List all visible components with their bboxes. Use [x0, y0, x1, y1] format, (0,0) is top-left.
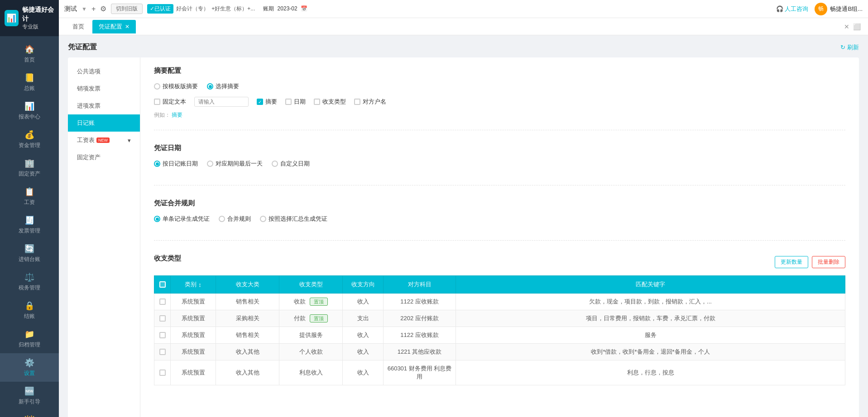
sidebar-item-label: 税务管理 [19, 284, 40, 292]
topbar-settings-icon[interactable]: ⚙ [100, 5, 106, 13]
new-badge: NEW [96, 137, 110, 143]
row-keyword-0: 欠款，现金，项目款，到款，报销款，汇入，... [456, 294, 845, 310]
row-type-2: 提供服务 [279, 327, 343, 344]
row-major-1: 采购相关 [216, 310, 279, 327]
sidebar-item-archive[interactable]: 📁 归档管理 [0, 325, 59, 353]
radio-custom-date[interactable]: 自定义日期 [272, 160, 310, 168]
sidebar-item-payroll[interactable]: 📋 工资 [0, 182, 59, 211]
ledger-icon: 📒 [24, 73, 34, 83]
row-subject-0: 1122 应收账款 [384, 294, 456, 310]
switch-version-button[interactable]: 切到旧版 [111, 4, 143, 14]
sidebar-item-label: 归档管理 [19, 341, 40, 349]
radio-template[interactable]: 按模板版摘要 [154, 82, 198, 90]
row-check-2[interactable] [154, 327, 171, 344]
sidebar-nav: 🏠 首页 📒 总账 📊 报表中心 💰 资金管理 🏢 固定资产 📋 工资 🧾 发票… [0, 36, 59, 417]
sidebar-item-tax[interactable]: ⚖️ 税务管理 [0, 268, 59, 296]
top-tag-0[interactable]: 置顶 [310, 298, 328, 306]
sidebar-item-member[interactable]: 👑 畅会员 [0, 410, 59, 417]
sidebar-item-assets[interactable]: 🏢 固定资产 [0, 154, 59, 182]
sidebar-item-funds[interactable]: 💰 资金管理 [0, 125, 59, 154]
row-type-4: 利息收入 [279, 360, 343, 385]
radio-period-last[interactable]: 对应期间最后一天 [207, 160, 263, 168]
left-menu-purchase-invoice[interactable]: 进项发票 [68, 97, 140, 114]
tax-icon: ⚖️ [24, 272, 34, 282]
left-menu-public[interactable]: 公共选项 [68, 63, 140, 80]
radio-select[interactable]: 选择摘要 [207, 82, 239, 90]
sidebar-item-reports[interactable]: 📊 报表中心 [0, 97, 59, 125]
top-tag-1[interactable]: 置顶 [310, 314, 328, 322]
member-icon: 👑 [24, 415, 34, 417]
left-menu: 公共选项 销项发票 进项发票 日记账 工资表 NEW ▾ 固定资产 [68, 57, 140, 417]
radio-journal-date[interactable]: 按日记账日期 [154, 160, 198, 168]
sidebar-item-label: 发票管理 [19, 227, 40, 235]
inner-layout: 公共选项 销项发票 进项发票 日记账 工资表 NEW ▾ 固定资产 摘要配置 [68, 57, 859, 417]
refresh-icon: ↻ [840, 44, 845, 51]
summary-section: 摘要配置 按模板版摘要 选择摘要 [154, 66, 845, 130]
th-major: 收支大类 [216, 276, 279, 294]
left-menu-payroll-table[interactable]: 工资表 NEW ▾ [68, 132, 140, 149]
dropdown-arrow-icon[interactable]: ▼ [82, 6, 87, 12]
close-window-icon[interactable]: ✕ [844, 23, 849, 30]
checkbox-box-summary: ✓ [257, 99, 263, 105]
checkbox-box-date [285, 99, 292, 105]
tab-close-icon[interactable]: ✕ [125, 24, 129, 30]
table-header-row: 类别 ↕ 收支大类 收支类型 收支方向 对方科目 匹配关键字 [154, 276, 845, 294]
sidebar-item-purchase[interactable]: 🔄 进销台账 [0, 239, 59, 268]
left-menu-sales-invoice[interactable]: 销项发票 [68, 80, 140, 97]
left-menu-daily-ledger[interactable]: 日记账 [68, 114, 140, 132]
sidebar-item-closing[interactable]: 🔒 结账 [0, 296, 59, 325]
tabbar-right: ✕ ⬜ [844, 23, 861, 30]
checkbox-income-type[interactable]: 收支类型 [314, 98, 346, 106]
sidebar-item-label: 报表中心 [19, 113, 40, 121]
radio-merge[interactable]: 合并规则 [219, 215, 251, 223]
sidebar: 📊 畅捷通好会计 专业版 🏠 首页 📒 总账 📊 报表中心 💰 资金管理 🏢 固… [0, 0, 59, 417]
batch-delete-button[interactable]: 批量删除 [812, 256, 845, 268]
row-check-3[interactable] [154, 344, 171, 360]
service-button[interactable]: 🎧 人工咨询 [776, 5, 809, 13]
checkbox-counterpart[interactable]: 对方户名 [354, 98, 386, 106]
radio-circle-period [207, 161, 213, 167]
app-logo: 📊 畅捷通好会计 专业版 [0, 0, 59, 36]
row-type-0: 收款 置顶 [279, 294, 343, 310]
row-check-0[interactable] [154, 294, 171, 310]
left-menu-fixed-assets[interactable]: 固定资产 [68, 149, 140, 166]
page-title: 凭证配置 [68, 43, 97, 52]
update-button[interactable]: 更新数量 [775, 256, 808, 268]
sidebar-item-settings[interactable]: ⚙️ 设置 [0, 353, 59, 382]
row-check-4[interactable] [154, 360, 171, 385]
sidebar-item-home[interactable]: 🏠 首页 [0, 40, 59, 68]
checkbox-row: 固定文本 ✓ 摘要 日期 收支类型 [154, 97, 845, 107]
refresh-button[interactable]: ↻ 刷新 [840, 43, 859, 52]
select-all-checkbox[interactable] [159, 281, 166, 288]
checkbox-date[interactable]: 日期 [285, 98, 306, 106]
tab-voucher-config[interactable]: 凭证配置 ✕ [92, 20, 136, 33]
sort-icon: ↕ [198, 281, 201, 288]
date-radio-group: 按日记账日期 对应期间最后一天 自定义日期 [154, 160, 845, 168]
checkbox-fixed-text[interactable]: 固定文本 [154, 98, 186, 106]
logo-icon: 📊 [5, 10, 19, 26]
maximize-icon[interactable]: ⬜ [853, 23, 861, 30]
th-type: 收支类型 [279, 276, 343, 294]
fixed-text-input[interactable] [194, 97, 249, 107]
radio-single[interactable]: 单条记录生成凭证 [154, 215, 210, 223]
user-menu[interactable]: 畅 畅捷通B组... [815, 3, 863, 15]
radio-select-summary[interactable]: 按照选择汇总生成凭证 [260, 215, 327, 223]
sidebar-item-guide[interactable]: 🆕 新手引导 [0, 382, 59, 410]
calendar-icon[interactable]: 📅 [301, 5, 307, 12]
radio-circle-journal [154, 161, 160, 167]
checkbox-summary[interactable]: ✓ 摘要 [257, 98, 277, 106]
radio-circle-select-summary [260, 216, 266, 222]
th-check[interactable] [154, 276, 171, 294]
row-check-1[interactable] [154, 310, 171, 327]
row-direction-3: 收入 [343, 344, 384, 360]
row-subject-1: 2202 应付账款 [384, 310, 456, 327]
tab-home[interactable]: 首页 [66, 20, 91, 33]
row-keyword-4: 利息，行息，按息 [456, 360, 845, 385]
checkbox-box-counterpart [354, 99, 360, 105]
username: 畅捷通B组... [830, 5, 863, 13]
add-button[interactable]: + [91, 5, 96, 13]
sidebar-item-invoice[interactable]: 🧾 发票管理 [0, 211, 59, 239]
sidebar-item-ledger[interactable]: 📒 总账 [0, 68, 59, 97]
brand-name: 畅捷通好会计 [22, 5, 54, 23]
certified-tag: ✓已认证 [147, 4, 173, 14]
